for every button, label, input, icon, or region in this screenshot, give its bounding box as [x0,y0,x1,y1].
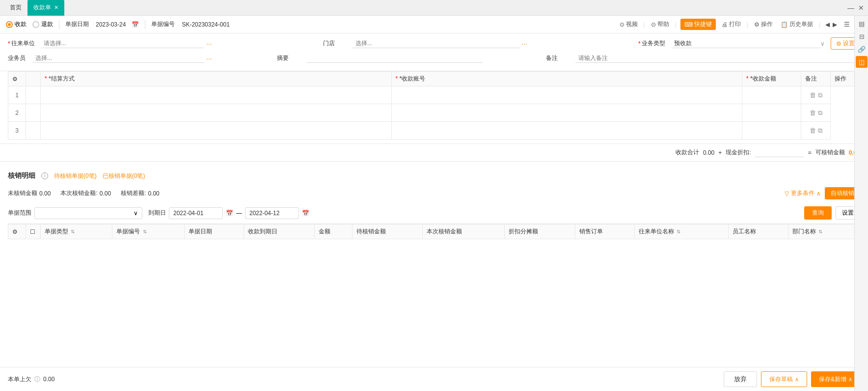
operation-button[interactable]: ⚙ 操作 [752,19,775,29]
video-button[interactable]: ⊙ 视频 [618,19,640,29]
calendar-from-icon[interactable]: 📅 [226,210,233,217]
remark-input-2[interactable] [742,104,801,121]
settle-input-1[interactable] [26,86,40,104]
tab-close-icon[interactable]: ✕ [54,4,58,11]
sidebar-doc-icon[interactable]: ⊟ [856,30,868,42]
prev-arrow[interactable]: ◀ [824,20,831,29]
dept-sort-icon[interactable]: ⇅ [818,229,822,234]
verify-info-icon[interactable]: i [41,172,48,179]
number-sort-icon[interactable]: ⇅ [143,229,147,234]
business-type-dropdown-icon[interactable]: ∨ [820,40,825,47]
salesman-input[interactable] [32,54,204,63]
account-input-2[interactable] [41,104,391,121]
next-arrow[interactable]: ▶ [832,20,838,29]
history-button[interactable]: 📋 历史单据 [779,19,815,29]
copy-row-icon-1[interactable]: ⧉ [818,91,822,99]
save-draft-button[interactable]: 保存草稿 ∧ [761,371,807,387]
verify-header: 核销明细 i 待核销单据(0笔) 已核销单据(0笔) [8,171,860,180]
bottom-table-section: ⚙ ☐ 单据类型 ⇅ 单据编号 ⇅ 单据日期 [8,224,860,239]
sidebar-table-icon[interactable]: ▤ [856,18,868,29]
settle-cell [26,86,41,104]
account-cell [41,122,392,140]
more-conditions-label: 更多条件 [791,189,814,197]
table-row: 1 🗑 ⧉ [8,86,860,104]
copy-row-icon-3[interactable]: ⧉ [818,127,822,135]
summary-input[interactable] [306,54,483,63]
table-gear-header[interactable]: ⚙ [8,72,26,86]
date-from-input[interactable] [169,207,223,219]
diff-label: 核销差额: [121,189,146,197]
amount-header: * *收款金额 [742,72,801,86]
summary-field: 摘要 [277,54,483,63]
settle-cell [26,122,41,140]
more-conditions-btn[interactable]: ▽ 更多条件 ∧ [785,189,821,197]
help-button[interactable]: ⊙ 帮助 [649,19,671,29]
bottom-gear-header[interactable]: ⚙ [8,224,26,239]
ops-cell: 🗑 ⧉ [801,122,831,140]
store-field: 门店 ··· [323,39,529,48]
account-input-1[interactable] [41,86,391,104]
delete-row-icon-1[interactable]: 🗑 [810,91,816,99]
discount-input[interactable] [755,148,804,157]
query-button[interactable]: 查询 [804,206,832,220]
copy-row-icon-2[interactable]: ⧉ [818,109,822,117]
amount-input-1[interactable] [392,86,742,104]
store-input[interactable] [353,39,519,48]
amount-input-3[interactable] [392,122,742,139]
tab-receipt[interactable]: 收款单 ✕ [27,0,64,16]
delete-row-icon-3[interactable]: 🗑 [810,127,816,135]
refund-radio[interactable]: 退款 [32,20,53,28]
shortcut-button[interactable]: ⌨ 快捷键 [680,19,716,30]
store-more-btn[interactable]: ··· [519,40,529,48]
remark-input-3[interactable] [742,122,801,139]
date-separator: — [236,210,242,217]
notes-input[interactable] [575,54,860,63]
footer-info-icon[interactable]: ⓘ [34,375,40,384]
print-button[interactable]: 🖨 打印 [720,19,743,29]
row-num-cell: 2 [8,104,26,122]
shortcut-label: 快捷键 [694,20,712,28]
calendar-to-icon[interactable]: 📅 [302,210,309,217]
remark-input-1[interactable] [742,86,801,104]
sidebar-frame-icon[interactable]: ◫ [856,56,868,68]
pending-tab[interactable]: 待核销单据(0笔) [54,172,97,180]
settle-input-2[interactable] [26,104,40,121]
date-to-input[interactable] [245,207,299,219]
current-th-label: 本次核销金额 [427,228,462,235]
range-select[interactable]: ∨ [34,207,142,219]
date-value[interactable]: 2023-03-24 [96,21,126,28]
type-sort-icon[interactable]: ⇅ [71,229,75,234]
delete-row-icon-2[interactable]: 🗑 [810,109,816,117]
verify-right: ▽ 更多条件 ∧ 自动核销 [785,187,860,199]
abandon-button[interactable]: 放弃 [724,371,757,387]
footer-buttons: 放弃 保存草稿 ∧ 保存&新增 ∧ [724,371,860,387]
discount-header: 折扣分摊额 [504,224,575,239]
tab-home[interactable]: 首页 [4,0,27,16]
amount-input-2[interactable] [392,104,742,121]
business-required: * [638,40,641,47]
business-type-input[interactable] [671,39,820,48]
bottom-checkbox-header[interactable]: ☐ [26,224,41,239]
salesman-more-btn[interactable]: ··· [204,55,214,62]
window-controls: — ✕ [847,4,864,12]
account-cell [41,86,392,104]
discount-th-label: 折扣分摊额 [509,228,538,235]
list-view-icon[interactable]: ☰ [842,20,852,29]
counterpart-input[interactable] [41,39,205,48]
verify-title: 核销明细 [8,171,35,180]
receipt-type-group: 收款 退款 [6,20,53,28]
account-input-3[interactable] [41,122,391,139]
receipt-radio[interactable]: 收款 [6,20,27,28]
minimize-button[interactable]: — [847,4,854,12]
amount-cell [391,86,742,104]
sidebar-link-icon[interactable]: 🔗 [856,43,868,55]
close-button[interactable]: ✕ [858,4,864,12]
save-new-button[interactable]: 保存&新增 ∧ [811,371,860,387]
done-tab[interactable]: 已核销单据(0笔) [103,172,145,180]
account-cell [41,104,392,122]
counterpart-sort-icon[interactable]: ⇅ [677,229,680,234]
calendar-icon[interactable]: 📅 [132,21,139,28]
counterpart-more-btn[interactable]: ··· [204,40,214,48]
due-date-field: 到期日 📅 — 📅 [148,207,309,219]
settle-input-3[interactable] [26,122,40,139]
